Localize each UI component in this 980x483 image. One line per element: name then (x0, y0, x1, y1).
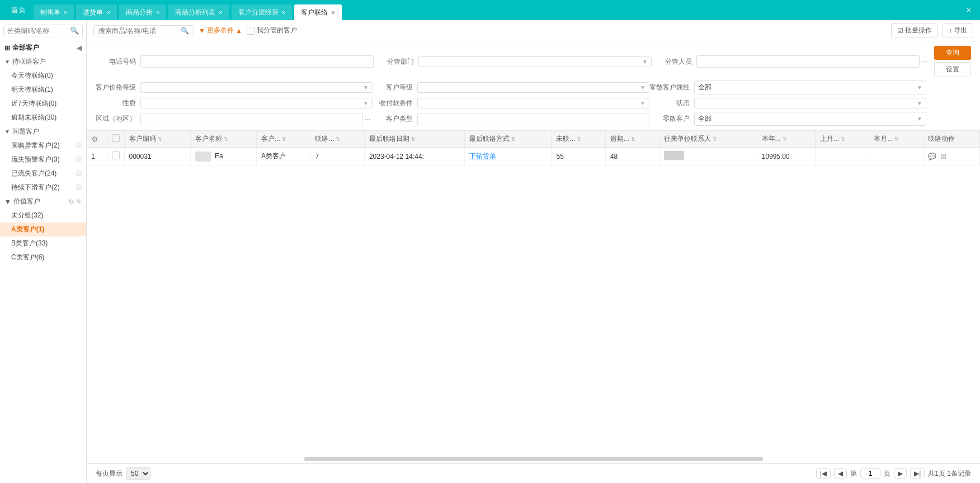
collapse-sidebar-icon[interactable]: ◀ (77, 44, 82, 52)
content-area: 🔍 ▼ 更多条件 ▲ 我分管的客户 ☑ 批量操作 ↑ 导出 (87, 20, 980, 483)
cell-last-method[interactable]: 下销货单 (464, 148, 552, 165)
close-tab-customer-contact[interactable]: × (331, 9, 334, 16)
sidebar-item-b-class[interactable]: B类客户(33) (0, 236, 86, 250)
first-page-button[interactable]: |◀ (816, 468, 831, 479)
sidebar-item-declining[interactable]: 持续下滑客户(2) ⓘ (0, 181, 86, 195)
sidebar-item-churned[interactable]: 已流失客户(24) ⓘ (0, 167, 86, 181)
cell-index: 1 (87, 148, 107, 165)
sidebar-item-ungrouped[interactable]: 未分组(32) (0, 209, 86, 222)
manager-dots-icon[interactable]: ··· (920, 58, 930, 65)
col-code[interactable]: 客户编码 ⇅ (124, 131, 190, 148)
col-settings: ⚙ (87, 131, 107, 148)
sidebar-group-problems[interactable]: ▼ 问题客户 (0, 125, 86, 139)
row-checkbox[interactable] (112, 151, 120, 159)
cust-level-select[interactable]: ▼ (417, 82, 649, 93)
cell-type: A类客户 (256, 148, 310, 165)
page-size-select[interactable]: 50 (126, 467, 150, 480)
contact-method-link[interactable]: 下销货单 (469, 152, 496, 160)
refresh-icon[interactable]: ↻ (68, 198, 74, 206)
close-tab-customer-mgr[interactable]: × (282, 9, 285, 16)
query-button[interactable]: 查询 (934, 46, 971, 60)
edit-icon[interactable]: ✎ (76, 198, 82, 206)
col-type[interactable]: 客户... ⇅ (256, 131, 310, 148)
table-header-row: ⚙ 客户编码 ⇅ 客户名称 (87, 131, 980, 148)
col-company-contact[interactable]: 往来单位联系人 ⇅ (659, 131, 757, 148)
select-all-checkbox[interactable] (112, 134, 120, 142)
col-last-month[interactable]: 上月... ⇅ (815, 131, 869, 148)
retail-attr-select[interactable]: 全部 ▼ (694, 80, 926, 94)
manager-input[interactable] (696, 55, 920, 68)
payment-select[interactable]: ▼ (417, 98, 649, 108)
phone-input[interactable] (140, 55, 374, 68)
close-tab-purchase[interactable]: × (106, 9, 110, 16)
close-all-button[interactable]: × (962, 6, 976, 15)
chat-action-icon[interactable]: 💬 (928, 153, 936, 160)
col-contact-count[interactable]: 联络... ⇅ (310, 131, 364, 148)
settings-button[interactable]: 设置 (934, 62, 971, 77)
sort-code-icon: ⇅ (158, 136, 162, 142)
close-tab-analysis-list[interactable]: × (219, 9, 222, 16)
col-this-year[interactable]: 本年... ⇅ (757, 131, 815, 148)
sidebar-item-c-class[interactable]: C类客户(6) (0, 250, 86, 264)
col-overdue[interactable]: 逾期... ⇅ (605, 131, 659, 148)
info-icon-3: ⓘ (76, 169, 82, 178)
cust-type-input[interactable] (417, 113, 649, 125)
col-last-method[interactable]: 最后联络方式 ⇅ (464, 131, 552, 148)
dept-select[interactable]: ▼ (418, 56, 652, 67)
nav-tab-sales[interactable]: 销售单 × (34, 4, 74, 20)
col-last-date[interactable]: 最后联络日期 ⇅ (364, 131, 464, 148)
current-page-input[interactable] (860, 468, 880, 479)
chevron-up-icon: ▲ (235, 27, 242, 35)
sidebar-item-tomorrow[interactable]: 明天待联络(1) (0, 83, 86, 97)
phone-label: 电话号码 (96, 57, 140, 67)
sidebar-group-waiting[interactable]: ▼ 待联络客户 (0, 55, 86, 69)
export-button[interactable]: ↑ 导出 (943, 23, 973, 37)
region-input[interactable] (140, 113, 362, 125)
nav-tab-customer-mgr[interactable]: 客户分层经营 × (232, 4, 292, 20)
cell-contact-count: 7 (310, 148, 364, 165)
pagination-left: 每页显示 50 (96, 467, 150, 480)
sidebar-item-7days[interactable]: 近7天待联络(0) (0, 97, 86, 111)
my-customers-checkbox[interactable] (247, 27, 255, 35)
retail-cust-select[interactable]: 全部 ▼ (694, 112, 926, 126)
next-page-button[interactable]: ▶ (894, 468, 907, 479)
batch-op-button[interactable]: ☑ 批量操作 (891, 23, 938, 37)
close-tab-analysis[interactable]: × (156, 9, 159, 16)
sort-year-icon: ⇅ (783, 136, 787, 142)
sidebar-item-churn-warn[interactable]: 流失预警客户(3) ⓘ (0, 153, 86, 167)
filter-retail-attr: 零散客户属性 全部 ▼ (649, 80, 926, 94)
nav-tab-customer-contact[interactable]: 客户联络 × (294, 4, 341, 20)
price-level-select[interactable]: ▼ (140, 82, 373, 93)
sidebar-search-container: 🔍 (3, 25, 83, 36)
nav-tab-purchase[interactable]: 进货单 × (76, 4, 116, 20)
col-this-month[interactable]: 本月... ⇅ (869, 131, 923, 148)
last-page-button[interactable]: ▶| (910, 468, 925, 479)
table-settings-gear-icon[interactable]: ⚙ (91, 135, 98, 144)
col-no-contact[interactable]: 未联... ⇅ (552, 131, 605, 148)
grid-action-icon[interactable]: ⊞ (941, 153, 946, 160)
main-layout: 🔍 ⊞ 全部客户 ◀ ▼ 待联络客户 今天待联络(0) 明天待联络(1) 近7天… (0, 20, 980, 483)
sidebar-item-abnormal[interactable]: 囤购异常客户(2) ⓘ (0, 139, 86, 153)
sidebar-item-overdue[interactable]: 逾期未联络(30) (0, 111, 86, 125)
nature-select[interactable]: ▼ (140, 98, 373, 108)
col-checkbox (107, 131, 124, 148)
horizontal-scrollbar[interactable] (304, 457, 763, 461)
sidebar-group-value[interactable]: ▼ 价值客户 ↻ ✎ (0, 195, 86, 209)
more-filter-button[interactable]: ▼ 更多条件 ▲ (199, 26, 242, 35)
query-settings-btns: 查询 设置 (930, 46, 971, 77)
nav-home[interactable]: 首页 (4, 0, 32, 20)
sidebar-item-today[interactable]: 今天待联络(0) (0, 69, 86, 83)
sidebar-search-input[interactable] (7, 27, 70, 35)
col-name[interactable]: 客户名称 ⇅ (190, 131, 256, 148)
sidebar-item-a-class[interactable]: A类客户(1) (0, 222, 86, 236)
filter-search-input[interactable] (98, 27, 181, 35)
my-customers-checkbox-container[interactable]: 我分管的客户 (247, 26, 297, 35)
sidebar: 🔍 ⊞ 全部客户 ◀ ▼ 待联络客户 今天待联络(0) 明天待联络(1) 近7天… (0, 20, 87, 483)
all-customers-header[interactable]: ⊞ 全部客户 ◀ (0, 41, 86, 55)
status-select[interactable]: ▼ (694, 98, 926, 108)
prev-page-button[interactable]: ◀ (834, 468, 847, 479)
nav-tab-analysis[interactable]: 商品分析 × (119, 4, 166, 20)
close-tab-sales[interactable]: × (64, 9, 67, 16)
nav-tab-analysis-list[interactable]: 商品分析列表 × (168, 4, 229, 20)
region-dots-icon[interactable]: ··· (362, 115, 373, 123)
